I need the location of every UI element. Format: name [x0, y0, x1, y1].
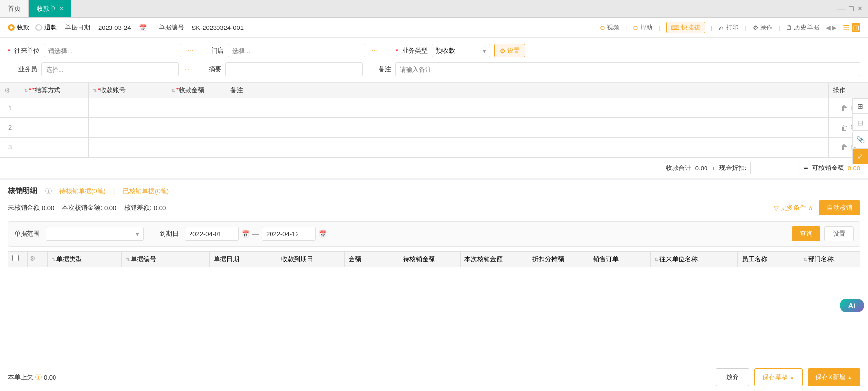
cell-account-1[interactable] [89, 98, 167, 118]
sep1: | [625, 24, 627, 31]
th-due-date: 收款到期日 [277, 252, 345, 267]
table-gear-icon[interactable]: ⚙ [4, 87, 10, 94]
delete-icon-2[interactable]: 🗑 [841, 124, 848, 132]
grid-view-icon[interactable]: ⊞ [852, 23, 860, 32]
operations-btn[interactable]: ⚙ 操作 [753, 23, 773, 32]
range-select[interactable]: ▾ [46, 227, 144, 241]
save-new-btn[interactable]: 保存&新增 ▲ [808, 368, 860, 386]
info-value: 0.00 [44, 374, 56, 381]
th-doc-type: ⇅ 单据类型 [48, 252, 122, 267]
verify-gear-icon[interactable]: ⚙ [30, 255, 36, 262]
date-from-input[interactable] [185, 227, 239, 241]
history-label: 历史单据 [794, 23, 819, 32]
form-settings-btn[interactable]: ⚙ 设置 [494, 44, 525, 57]
verify-info-icon[interactable]: ⓘ [45, 187, 52, 196]
cell-amount-3[interactable] [167, 138, 226, 157]
cell-amount-1[interactable] [167, 98, 226, 118]
radio-refund[interactable]: 退款 [35, 23, 57, 32]
verify-table: ⚙ ⇅ 单据类型 ⇅ 单据编号 单据日期 收款到期日 金额 待 [8, 251, 860, 287]
shortcut-btn[interactable]: ⌨ 快捷键 [666, 22, 705, 33]
table-settings-th: ⚙ [0, 83, 20, 98]
right-panel-table-icon[interactable]: ⊞ [852, 98, 868, 114]
nav-prev-icon[interactable]: ◀ [825, 24, 831, 31]
print-btn[interactable]: 🖨 打印 [718, 23, 739, 32]
tab-separator: | [113, 187, 115, 195]
summary-input[interactable] [225, 62, 363, 76]
date-calendar-from-icon[interactable]: 📅 [242, 230, 249, 238]
completed-tab[interactable]: 已核销单据(0笔) [123, 187, 169, 196]
verify-section: 核销明细 ⓘ 待核销单据(0笔) | 已核销单据(0笔) 未核销金额 0.00 … [0, 178, 868, 293]
tab-home[interactable]: 首页 [0, 0, 29, 17]
business-type-label: 业务类型 [402, 46, 428, 55]
cell-settlement-2[interactable] [20, 118, 89, 138]
tab-close-icon[interactable]: × [60, 5, 63, 12]
counterparty-input[interactable] [44, 44, 181, 57]
cell-amount-2[interactable] [167, 118, 226, 138]
verify-stats: 未核销金额 0.00 本次核销金额: 0.00 核销差额: 0.00 ▽ 更多条… [8, 200, 860, 215]
delete-icon-1[interactable]: 🗑 [841, 104, 848, 112]
right-panel-expand-icon[interactable]: ⤢ [852, 148, 868, 164]
th-amount: 金额 [345, 252, 399, 267]
verify-title: 核销明细 [8, 186, 37, 196]
cell-remark-1[interactable] [226, 98, 829, 118]
date-label: 单据日期 [65, 23, 90, 32]
query-btn[interactable]: 查询 [792, 226, 820, 241]
total-label: 收款合计 [666, 164, 691, 172]
cell-remark-3[interactable] [226, 138, 829, 157]
video-btn[interactable]: ⊙ 视频 [600, 23, 620, 32]
range-label: 单据范围 [14, 229, 40, 238]
sep5: | [779, 24, 780, 31]
counterparty-more-btn[interactable]: ··· [185, 46, 195, 55]
date-range-dash: — [252, 230, 259, 238]
select-all-checkbox[interactable] [12, 255, 19, 261]
window-close-icon[interactable]: × [858, 4, 862, 13]
save-draft-btn[interactable]: 保存草稿 ▲ [754, 368, 803, 386]
radio-receipt[interactable]: 收款 [8, 23, 29, 32]
cell-settlement-1[interactable] [20, 98, 89, 118]
store-input[interactable] [228, 44, 365, 57]
staff-more-btn[interactable]: ··· [183, 65, 193, 74]
staff-input[interactable] [41, 62, 179, 76]
verify-value: 0.00 [848, 165, 860, 172]
cell-remark-2[interactable] [226, 118, 829, 138]
info-icon[interactable]: ⓘ [35, 373, 42, 382]
nav-arrows: ◀ ▶ [825, 24, 837, 31]
total-value: 0.00 [695, 165, 707, 172]
window-minimize-icon[interactable]: — [837, 4, 845, 13]
cell-account-2[interactable] [89, 118, 167, 138]
auto-verify-btn[interactable]: 自动核销 [819, 200, 860, 215]
verify-settings-btn[interactable]: 设置 [824, 226, 854, 241]
save-draft-chevron-icon: ▲ [790, 375, 795, 380]
summary-label: 摘要 [209, 65, 221, 74]
ai-badge[interactable]: Ai [840, 299, 864, 312]
verify-label: 可核销金额 [812, 164, 844, 172]
pending-tab[interactable]: 待核销单据(0笔) [59, 187, 106, 196]
help-btn[interactable]: ⊙ 帮助 [633, 23, 652, 32]
store-more-btn[interactable]: ··· [369, 46, 380, 55]
business-type-select[interactable]: 预收款 ▾ [432, 44, 490, 57]
window-maximize-icon[interactable]: □ [849, 4, 854, 13]
calendar-icon[interactable]: 📅 [139, 24, 147, 31]
plus-sign: + [711, 165, 715, 172]
cell-settlement-3[interactable] [20, 138, 89, 157]
right-panel-list-icon[interactable]: ⊟ [852, 115, 868, 131]
sum-row: 收款合计 0.00 + 现金折扣: = 可核销金额 0.00 [0, 157, 868, 178]
tab-active[interactable]: 收款单 × [29, 0, 71, 17]
history-btn[interactable]: 🗒 历史单据 [786, 23, 819, 32]
discard-btn[interactable]: 放弃 [716, 368, 749, 386]
right-panel-attach-icon[interactable]: 📎 [852, 132, 868, 147]
remarks-input[interactable] [395, 62, 860, 76]
date-calendar-to-icon[interactable]: 📅 [319, 230, 326, 238]
sep4: | [745, 24, 746, 31]
range-chevron-icon: ▾ [136, 230, 139, 238]
date-to-input[interactable] [262, 227, 316, 241]
cell-account-3[interactable] [89, 138, 167, 157]
discount-input[interactable] [750, 162, 799, 174]
bottom-info: 本单上欠 ⓘ 0.00 [8, 373, 56, 382]
list-view-icon[interactable]: ☰ [843, 23, 850, 32]
right-panel: ⊞ ⊟ 📎 ⤢ [852, 98, 868, 164]
more-conditions-btn[interactable]: ▽ 更多条件 ∧ [774, 203, 813, 212]
nav-next-icon[interactable]: ▶ [832, 24, 837, 31]
view-icons: ☰ ⊞ [843, 23, 860, 32]
delete-icon-3[interactable]: 🗑 [841, 143, 848, 151]
